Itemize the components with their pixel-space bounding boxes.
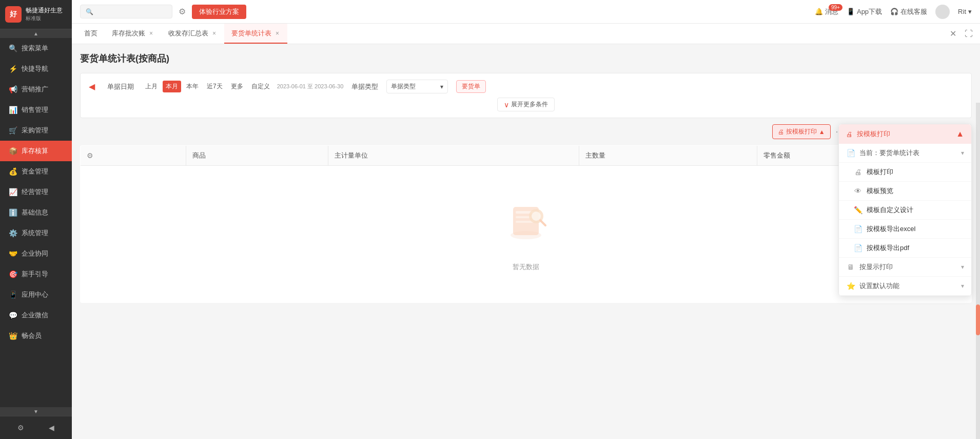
default-func-item[interactable]: ⭐ 设置默认功能 ▾ bbox=[839, 277, 971, 296]
tab-expand-button[interactable]: ⛶ bbox=[963, 27, 975, 41]
online-service-item[interactable]: 🎧 在线客服 bbox=[890, 7, 927, 16]
basic-icon: ℹ️ bbox=[8, 208, 17, 217]
template-excel-icon: 📄 bbox=[853, 225, 863, 233]
svg-rect-4 bbox=[516, 221, 534, 223]
print-label: 按模板打印 bbox=[786, 127, 817, 136]
sidebar-item-sales[interactable]: 📊 销售管理 bbox=[0, 100, 72, 120]
tabbar-right: ✕ ⛶ bbox=[948, 24, 975, 44]
tab-home[interactable]: 首页 bbox=[77, 24, 105, 44]
template-print-icon: 🖨 bbox=[853, 168, 863, 176]
app-logo: 好 畅捷通好生意 标准版 bbox=[0, 0, 72, 29]
marketing-icon: 📢 bbox=[8, 85, 17, 93]
yh-filter-tag: 要货单 bbox=[456, 80, 486, 93]
sidebar-scroll-down[interactable]: ▼ bbox=[0, 407, 72, 416]
template-excel-item[interactable]: 📄 按模板导出excel bbox=[839, 220, 971, 239]
user-name-item[interactable]: Rit ▾ bbox=[958, 8, 972, 15]
sidebar-item-label-operation: 经营管理 bbox=[22, 187, 48, 197]
content-area: 要货单统计表(按商品) ◀ 单据日期 上月 本月 本年 近7天 更多 自定义 2… bbox=[72, 44, 980, 439]
date-btn-this-year[interactable]: 本年 bbox=[183, 81, 202, 92]
date-btn-last-month[interactable]: 上月 bbox=[142, 81, 161, 92]
current-template-label: 当前：要货单统计表 bbox=[859, 148, 919, 158]
sidebar-item-system[interactable]: ⚙️ 系统管理 bbox=[0, 223, 72, 243]
sidebar-item-finance[interactable]: 💰 资金管理 bbox=[0, 161, 72, 182]
tab-collection-close[interactable]: × bbox=[211, 30, 217, 37]
svg-line-7 bbox=[540, 220, 545, 225]
tab-close-all-button[interactable]: ✕ bbox=[948, 27, 958, 41]
display-print-item[interactable]: 🖥 按显示打印 ▾ bbox=[839, 258, 971, 277]
purchase-icon: 🛒 bbox=[8, 126, 17, 135]
tab-order-stat-label: 要货单统计表 bbox=[231, 29, 271, 38]
sidebar-item-quicknav[interactable]: ⚡ 快捷导航 bbox=[0, 59, 72, 79]
search-text bbox=[96, 7, 140, 16]
table-col-product: 商品 bbox=[186, 146, 328, 166]
template-preview-item[interactable]: 👁 模板预览 bbox=[839, 182, 971, 201]
template-custom-item[interactable]: ✏️ 模板自定义设计 bbox=[839, 201, 971, 220]
tab-order-stat-close[interactable]: × bbox=[275, 30, 280, 37]
display-print-label: 按显示打印 bbox=[859, 262, 893, 272]
app-download-item[interactable]: 📱 App下载 bbox=[847, 7, 882, 16]
sidebar-item-label-wechat: 企业微信 bbox=[22, 311, 48, 320]
sidebar-settings-button[interactable]: ⚙ bbox=[15, 422, 26, 434]
topbar-gear-button[interactable]: ⚙ bbox=[179, 7, 186, 16]
tab-batch[interactable]: 库存批次账 × bbox=[105, 24, 161, 44]
trial-button[interactable]: 体验行业方案 bbox=[192, 5, 246, 19]
template-preview-icon: 👁 bbox=[853, 187, 863, 195]
headset-icon: 🎧 bbox=[890, 8, 898, 15]
col-settings-icon[interactable]: ⚙ bbox=[87, 151, 93, 160]
sidebar-item-inventory[interactable]: 📦 库存核算 bbox=[0, 141, 72, 161]
svg-point-6 bbox=[532, 212, 541, 221]
print-dropdown-header[interactable]: 🖨 按模板打印 ▲ bbox=[839, 124, 971, 144]
user-avatar[interactable] bbox=[935, 5, 950, 19]
template-excel-label: 按模板导出excel bbox=[867, 224, 915, 234]
sidebar-item-operation[interactable]: 📈 经营管理 bbox=[0, 182, 72, 202]
type-filter-select[interactable]: 单据类型 ▾ bbox=[386, 80, 448, 93]
template-pdf-item[interactable]: 📄 按模板导出pdf bbox=[839, 239, 971, 258]
table-col-unit: 主计量单位 bbox=[328, 146, 579, 166]
sidebar-item-apps[interactable]: 📱 应用中心 bbox=[0, 284, 72, 305]
sidebar-item-member[interactable]: 👑 畅会员 bbox=[0, 326, 72, 346]
filter-collapse-button[interactable]: ◀ bbox=[89, 82, 99, 91]
print-dropdown-menu: 🖨 按模板打印 ▲ 📄 当前：要货单统计表 ▾ 🖨 模板打印 👁 模板预览 bbox=[838, 124, 972, 296]
notifications-item[interactable]: 🔔 消息 99+ bbox=[815, 7, 838, 16]
tab-home-label: 首页 bbox=[84, 29, 97, 38]
topbar-search[interactable]: 🔍 bbox=[80, 5, 172, 18]
sidebar-item-wechat[interactable]: 💬 企业微信 bbox=[0, 305, 72, 326]
sidebar-item-marketing[interactable]: 📢 营销推广 bbox=[0, 79, 72, 100]
chevron-down-icon-filter: ▾ bbox=[440, 83, 443, 90]
sidebar-item-search[interactable]: 🔍 搜索菜单 bbox=[0, 38, 72, 59]
print-button[interactable]: 🖨 按模板打印 ▲ bbox=[772, 124, 831, 139]
sidebar-collapse-button[interactable]: ◀ bbox=[47, 422, 56, 434]
app-name: 畅捷通好生意 bbox=[26, 7, 63, 15]
sidebar-item-basic[interactable]: ℹ️ 基础信息 bbox=[0, 202, 72, 223]
right-scrollbar[interactable] bbox=[976, 103, 980, 439]
sidebar-item-collab[interactable]: 🤝 企业协同 bbox=[0, 243, 72, 264]
date-btn-custom[interactable]: 自定义 bbox=[248, 81, 273, 92]
avatar bbox=[935, 5, 950, 19]
tab-batch-close[interactable]: × bbox=[148, 30, 154, 37]
display-print-icon: 🖥 bbox=[846, 263, 855, 271]
tab-order-stat[interactable]: 要货单统计表 × bbox=[224, 24, 287, 44]
date-btn-more[interactable]: 更多 bbox=[228, 81, 246, 92]
sidebar-item-guide[interactable]: 🎯 新手引导 bbox=[0, 264, 72, 284]
print-dropdown-close[interactable]: ▲ bbox=[956, 129, 964, 139]
type-filter-value: 单据类型 bbox=[391, 82, 416, 91]
sidebar-nav: 🔍 搜索菜单 ⚡ 快捷导航 📢 营销推广 📊 销售管理 🛒 采购管理 📦 库存核… bbox=[0, 38, 72, 407]
date-filter-group: 上月 本月 本年 近7天 更多 自定义 2023-06-01 至 2023-06… bbox=[142, 81, 343, 92]
date-btn-this-month[interactable]: 本月 bbox=[163, 81, 181, 92]
table-col-settings[interactable]: ⚙ bbox=[81, 146, 186, 166]
current-template-item[interactable]: 📄 当前：要货单统计表 ▾ bbox=[839, 144, 971, 163]
filter-expand-button[interactable]: ∨ 展开更多条件 bbox=[497, 98, 555, 111]
tab-collection[interactable]: 收发存汇总表 × bbox=[161, 24, 224, 44]
sidebar-bottom: ⚙ ◀ bbox=[0, 416, 72, 439]
user-name: Rit bbox=[958, 8, 966, 15]
template-print-item[interactable]: 🖨 模板打印 bbox=[839, 163, 971, 182]
filter-bar: ◀ 单据日期 上月 本月 本年 近7天 更多 自定义 2023-06-01 至 … bbox=[80, 73, 972, 118]
sidebar-scroll-up[interactable]: ▲ bbox=[0, 29, 72, 38]
current-template-arrow: ▾ bbox=[961, 149, 964, 157]
date-btn-last-7-days[interactable]: 近7天 bbox=[204, 81, 226, 92]
current-template-icon: 📄 bbox=[846, 149, 855, 157]
main-area: 🔍 ⚙ 体验行业方案 🔔 消息 99+ 📱 App下载 🎧 在线客服 bbox=[72, 0, 980, 439]
collab-icon: 🤝 bbox=[8, 250, 17, 258]
member-icon: 👑 bbox=[8, 332, 17, 340]
sidebar-item-purchase[interactable]: 🛒 采购管理 bbox=[0, 120, 72, 141]
